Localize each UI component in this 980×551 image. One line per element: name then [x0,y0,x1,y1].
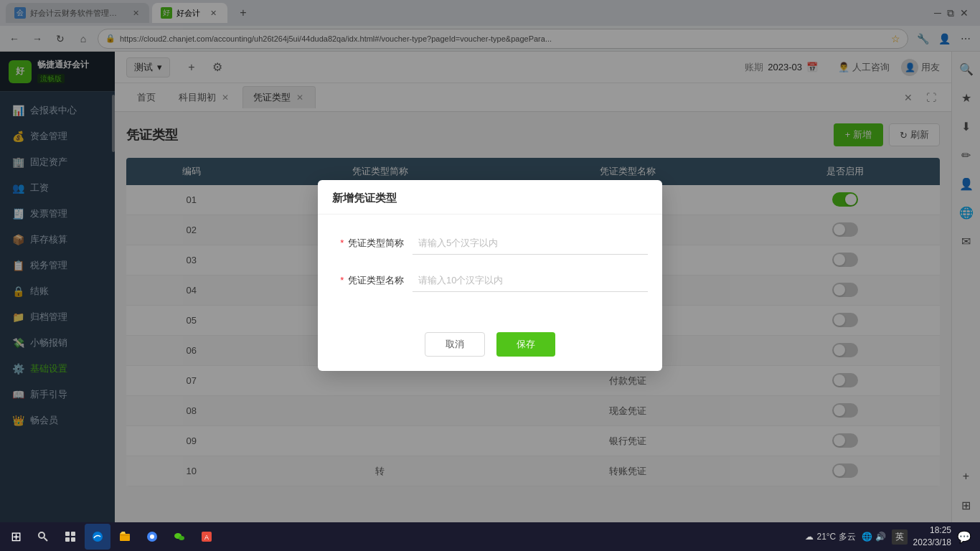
taskbar-file-explorer[interactable] [112,524,138,550]
input-method[interactable]: 英 [892,529,908,545]
svg-point-11 [179,536,184,540]
taskbar: ⊞ A ☁ 21°C 多云 🌐 🔊 英 18:25 2023/3/18 💬 [0,522,980,551]
wifi-icon: 🌐 [862,532,872,542]
start-button[interactable]: ⊞ [3,524,29,550]
taskbar-right: ☁ 21°C 多云 🌐 🔊 英 18:25 2023/3/18 💬 [805,524,977,549]
taskbar-search[interactable] [30,524,56,550]
svg-rect-3 [71,532,75,536]
notification-icon[interactable]: 💬 [957,530,971,544]
short-label: * 凭证类型简称 [332,237,404,250]
cancel-button[interactable]: 取消 [425,332,485,357]
modal-body: * 凭证类型简称 * 凭证类型名称 [318,215,662,324]
modal-header: 新增凭证类型 [318,180,662,215]
clock-time: 18:25 [913,524,951,537]
modal: 新增凭证类型 * 凭证类型简称 * 凭证类型名称 取消 保存 [318,180,662,371]
modal-overlay: 新增凭证类型 * 凭证类型简称 * 凭证类型名称 取消 保存 [0,0,980,551]
taskbar-edge[interactable] [85,524,110,550]
required-mark-2: * [340,275,344,286]
svg-text:A: A [204,534,209,541]
taskbar-app5[interactable]: A [194,524,220,550]
svg-rect-4 [65,537,70,542]
name-label: * 凭证类型名称 [332,274,404,287]
svg-rect-2 [65,532,70,536]
save-button[interactable]: 保存 [496,332,555,357]
short-input[interactable] [413,232,648,255]
taskbar-chrome[interactable] [139,524,165,550]
svg-point-0 [39,532,44,538]
modal-title: 新增凭证类型 [332,192,397,205]
weather-icon: ☁ [805,532,814,542]
clock-date: 2023/3/18 [913,537,951,549]
taskbar-task-view[interactable] [57,524,83,550]
svg-line-1 [44,538,48,542]
svg-point-6 [93,532,103,542]
sound-icon: 🔊 [875,532,886,542]
form-row-short: * 凭证类型简称 [332,232,648,255]
form-row-name: * 凭证类型名称 [332,269,648,292]
svg-point-9 [150,534,154,539]
taskbar-wechat[interactable] [166,524,192,550]
taskbar-weather: ☁ 21°C 多云 [805,531,855,543]
taskbar-system-icons: 🌐 🔊 [862,532,886,542]
modal-footer: 取消 保存 [318,324,662,371]
weather-text: 21°C 多云 [816,531,855,543]
taskbar-clock: 18:25 2023/3/18 [913,524,951,549]
svg-rect-5 [71,537,75,542]
required-mark: * [340,237,344,248]
name-input[interactable] [413,269,648,292]
